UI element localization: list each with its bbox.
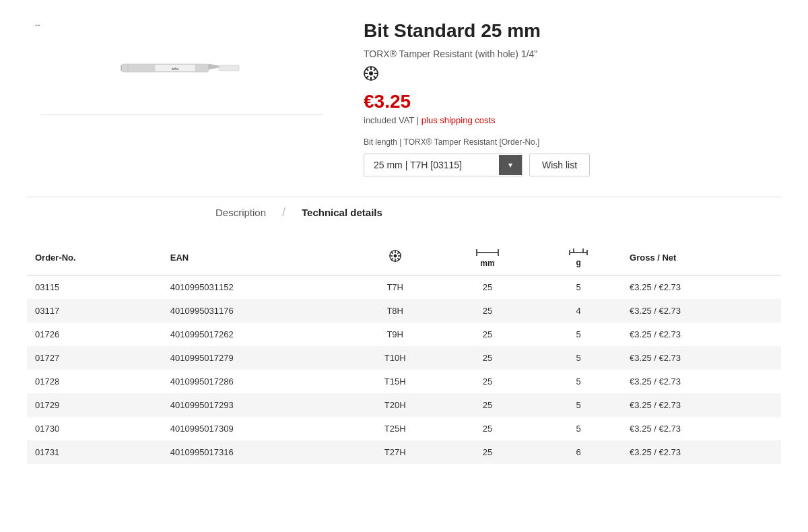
- svg-line-25: [397, 252, 399, 254]
- table-section: Order-No. EAN: [27, 241, 781, 491]
- table-row: 03115 4010995031152 T7H 25 5 €3.25 / €2.…: [27, 275, 781, 300]
- cell-ean: 4010995017293: [162, 393, 351, 417]
- cell-mm: 25: [440, 440, 535, 464]
- svg-line-26: [391, 258, 393, 260]
- cell-mm: 25: [440, 299, 535, 323]
- cell-mm: 25: [440, 346, 535, 370]
- cell-type: T20H: [351, 393, 440, 417]
- cell-g: 5: [535, 346, 621, 370]
- cell-mm: 25: [440, 323, 535, 346]
- cell-order-no: 01730: [27, 417, 162, 440]
- tab-description[interactable]: Description: [202, 197, 279, 228]
- shipping-link[interactable]: plus shipping costs: [422, 115, 496, 125]
- cell-type: T8H: [351, 299, 440, 323]
- svg-rect-2: [219, 65, 239, 71]
- cell-ean: 4010995017309: [162, 417, 351, 440]
- selector-label: Bit length | TORX® Tamper Resistant [Ord…: [364, 137, 781, 147]
- selector-dropdown-arrow[interactable]: ▾: [499, 155, 522, 175]
- cell-order-no: 03115: [27, 275, 162, 300]
- cell-g: 5: [535, 275, 621, 300]
- main-image: wiha: [40, 27, 323, 108]
- cell-ean: 4010995017279: [162, 346, 351, 370]
- svg-text:wiha: wiha: [172, 67, 179, 71]
- cell-ean: 4010995031152: [162, 275, 351, 300]
- table-row: 01729 4010995017293 T20H 25 5 €3.25 / €2…: [27, 393, 781, 417]
- svg-line-15: [374, 69, 376, 71]
- cell-g: 5: [535, 370, 621, 393]
- cell-mm: 25: [440, 393, 535, 417]
- cell-g: 5: [535, 417, 621, 440]
- cell-type: T27H: [351, 440, 440, 464]
- cell-type: T25H: [351, 417, 440, 440]
- cell-mm: 25: [440, 370, 535, 393]
- col-header-g: g: [535, 241, 621, 275]
- cell-price: €3.25 / €2.73: [621, 346, 781, 370]
- table-row: 03117 4010995031176 T8H 25 4 €3.25 / €2.…: [27, 299, 781, 323]
- cell-g: 5: [535, 323, 621, 346]
- cell-ean: 4010995017262: [162, 323, 351, 346]
- vat-text: included VAT |: [364, 115, 419, 125]
- cell-type: T15H: [351, 370, 440, 393]
- vat-line: included VAT | plus shipping costs: [364, 115, 781, 125]
- svg-point-8: [369, 71, 373, 75]
- cell-type: T10H: [351, 346, 440, 370]
- cell-price: €3.25 / €2.73: [621, 275, 781, 300]
- tab-technical-details[interactable]: Technical details: [288, 197, 396, 228]
- product-subtitle: TORX® Tamper Resistant (with hole) 1/4": [364, 48, 781, 59]
- cell-price: €3.25 / €2.73: [621, 393, 781, 417]
- cell-price: €3.25 / €2.73: [621, 323, 781, 346]
- tabs-section: Description / Technical details: [27, 197, 781, 228]
- cell-g: 4: [535, 299, 621, 323]
- table-row: 01730 4010995017309 T25H 25 5 €3.25 / €2…: [27, 417, 781, 440]
- cell-order-no: 01731: [27, 440, 162, 464]
- cell-type: T9H: [351, 323, 440, 346]
- table-header-row: Order-No. EAN: [27, 241, 781, 275]
- cell-order-no: 01729: [27, 393, 162, 417]
- product-image-area: wiha ↔: [27, 13, 337, 176]
- table-row: 01731 4010995017316 T27H 25 6 €3.25 / €2…: [27, 440, 781, 464]
- cell-order-no: 01726: [27, 323, 162, 346]
- cell-g: 5: [535, 393, 621, 417]
- table-row: 01728 4010995017286 T15H 25 5 €3.25 / €2…: [27, 370, 781, 393]
- svg-line-13: [366, 69, 369, 71]
- col-header-ean: EAN: [162, 241, 351, 275]
- product-price: €3.25: [364, 91, 781, 112]
- product-image-svg: wiha: [114, 49, 249, 86]
- cell-ean: 4010995017286: [162, 370, 351, 393]
- svg-point-18: [393, 255, 397, 258]
- product-info: Bit Standard 25 mm TORX® Tamper Resistan…: [364, 13, 781, 176]
- selector-section: Bit length | TORX® Tamper Resistant [Ord…: [364, 137, 781, 176]
- torx-icon: [364, 66, 781, 84]
- page-wrapper: wiha ↔ Bit Standard 25 mm TORX® Tamper R…: [0, 0, 808, 504]
- table-row: 01726 4010995017262 T9H 25 5 €3.25 / €2.…: [27, 323, 781, 346]
- cell-order-no: 03117: [27, 299, 162, 323]
- tabs: Description / Technical details: [202, 197, 781, 228]
- selector-wrapper[interactable]: 25 mm | T7H [03115] ▾: [364, 154, 523, 176]
- cell-ean: 4010995017316: [162, 440, 351, 464]
- cell-price: €3.25 / €2.73: [621, 417, 781, 440]
- wish-list-button[interactable]: Wish list: [529, 154, 590, 176]
- svg-line-14: [374, 76, 376, 79]
- cell-price: €3.25 / €2.73: [621, 370, 781, 393]
- zoom-icon[interactable]: ↔: [34, 20, 42, 30]
- table-row: 01727 4010995017279 T10H 25 5 €3.25 / €2…: [27, 346, 781, 370]
- cell-g: 6: [535, 440, 621, 464]
- cell-ean: 4010995031176: [162, 299, 351, 323]
- product-table: Order-No. EAN: [27, 241, 781, 464]
- cell-order-no: 01727: [27, 346, 162, 370]
- tab-separator: /: [279, 205, 288, 220]
- cell-price: €3.25 / €2.73: [621, 440, 781, 464]
- col-header-torx: [351, 241, 440, 275]
- svg-line-23: [391, 252, 393, 254]
- cell-mm: 25: [440, 417, 535, 440]
- cell-order-no: 01728: [27, 370, 162, 393]
- product-title: Bit Standard 25 mm: [364, 20, 781, 42]
- image-divider: [40, 114, 323, 115]
- svg-line-16: [366, 76, 369, 79]
- col-header-mm: mm: [440, 241, 535, 275]
- product-top: wiha ↔ Bit Standard 25 mm TORX® Tamper R…: [27, 13, 781, 176]
- product-table-body: 03115 4010995031152 T7H 25 5 €3.25 / €2.…: [27, 275, 781, 465]
- svg-line-24: [397, 258, 399, 260]
- selector-value: 25 mm | T7H [03115]: [364, 154, 499, 176]
- cell-price: €3.25 / €2.73: [621, 299, 781, 323]
